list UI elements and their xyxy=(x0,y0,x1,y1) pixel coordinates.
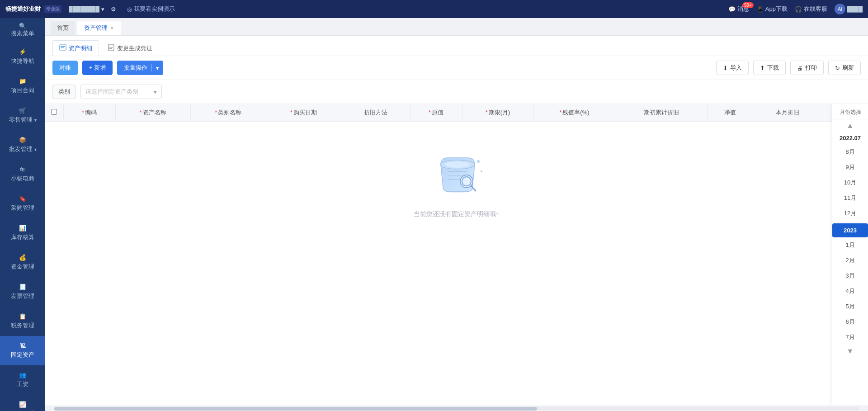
month-picker-up-nav[interactable]: ▲ xyxy=(844,119,857,132)
month-item-11[interactable]: 11月 xyxy=(832,190,868,206)
col-purchase-date: *购买日期 xyxy=(266,104,341,122)
reconcile-label: 对账 xyxy=(59,64,71,72)
filter-section: 类别 请选择固定资产类别 ▾ xyxy=(45,80,868,104)
svg-rect-1 xyxy=(61,46,65,47)
user-avatar: Ai xyxy=(835,4,845,14)
inventory-icon: 📊 xyxy=(19,225,26,231)
table-header-row: *编码 *资产名称 *类别名称 *购买日期 xyxy=(45,104,868,122)
col-residual-rate: *残值率(%) xyxy=(533,104,615,122)
payroll-icon: 👥 xyxy=(19,372,26,378)
toolbar: 对账 + 新增 批量操作 ▾ ⬇ 导入 ⬆ 下载 xyxy=(45,56,868,80)
retail-icon: 🛒 xyxy=(19,107,26,114)
page-content: 资产明细 变更生成凭证 对账 + 新增 批量操作 xyxy=(45,36,868,411)
sub-tab-asset-detail[interactable]: 资产明细 xyxy=(52,40,99,56)
project-label: 项目合同 xyxy=(11,86,34,94)
month-item-12[interactable]: 12月 xyxy=(832,206,868,221)
month-item-7[interactable]: 7月 xyxy=(832,330,868,345)
reconcile-button[interactable]: 对账 xyxy=(52,61,78,75)
wholesale-arrow-icon: ▾ xyxy=(34,147,37,152)
sidebar-item-inventory[interactable]: 📊 库存核算 xyxy=(0,218,45,248)
month-item-9[interactable]: 9月 xyxy=(832,160,868,175)
demo-text: 我要看实例演示 xyxy=(134,5,175,13)
ecommerce-label: 小畅电商 xyxy=(11,175,34,183)
sidebar-item-fixed-assets[interactable]: 🏗 固定资产 xyxy=(0,336,45,365)
user-info[interactable]: Ai ████ xyxy=(835,4,863,14)
month-item-8[interactable]: 8月 xyxy=(832,144,868,160)
refresh-button[interactable]: ↻ 刷新 xyxy=(828,61,861,75)
ops-icon: 📈 xyxy=(19,401,26,408)
print-button[interactable]: 🖨 打印 xyxy=(790,61,824,75)
top-bar-right: 💬 消息 99+ 📱 App下载 🎧 在线客服 Ai ████ xyxy=(728,4,863,14)
import-icon: ⬇ xyxy=(723,65,728,71)
category-placeholder: 请选择固定资产类别 xyxy=(85,88,138,96)
sidebar-search[interactable]: 🔍 搜索菜单 xyxy=(0,18,45,42)
month-item-5[interactable]: 5月 xyxy=(832,299,868,314)
import-button[interactable]: ⬇ 导入 xyxy=(716,61,749,75)
online-service-label: 在线客服 xyxy=(804,5,827,13)
month-item-2[interactable]: 2月 xyxy=(832,253,868,268)
asset-detail-label: 资产明细 xyxy=(69,44,92,52)
invoice-label: 发票管理 xyxy=(11,292,34,300)
main-layout: 🔍 搜索菜单 ⚡ 快捷导航 📁 项目合同 🛒 零售管理 ▾ 📦 批发管理 ▾ xyxy=(0,18,868,411)
sidebar-item-mini-ecommerce[interactable]: 🛍 小畅电商 xyxy=(0,160,45,189)
col-code: *编码 xyxy=(63,104,115,122)
sub-tab-change-voucher[interactable]: 变更生成凭证 xyxy=(101,40,159,56)
settings-button[interactable]: ⚙ xyxy=(111,6,116,13)
tab-asset-mgmt[interactable]: 资产管理 × xyxy=(77,21,121,35)
category-filter-select[interactable]: 请选择固定资产类别 ▾ xyxy=(80,85,162,99)
sidebar-item-tax-mgmt[interactable]: 📋 税务管理 xyxy=(0,307,45,336)
sidebar-item-purchase-mgmt[interactable]: 🔖 采购管理 xyxy=(0,189,45,218)
sidebar-item-project-contract[interactable]: 📁 项目合同 xyxy=(0,71,45,101)
empty-text: 当前您还没有固定资产明细哦~ xyxy=(414,210,500,218)
scrollbar-thumb[interactable] xyxy=(54,407,537,411)
username: ████ xyxy=(847,6,863,12)
tab-close-icon[interactable]: × xyxy=(110,25,113,31)
sidebar-item-retail-mgmt[interactable]: 🛒 零售管理 ▾ xyxy=(0,101,45,130)
invoice-icon: 🧾 xyxy=(19,283,26,290)
month-item-1[interactable]: 1月 xyxy=(832,237,868,253)
add-button[interactable]: + 新增 xyxy=(82,61,113,75)
payroll-label: 工资 xyxy=(17,380,28,388)
empty-illustration xyxy=(429,149,484,203)
demo-button[interactable]: ◎ 我要看实例演示 xyxy=(127,5,175,13)
batch-ops-button[interactable]: 批量操作 ▾ xyxy=(117,61,163,75)
download-button[interactable]: ⬆ 下载 xyxy=(753,61,786,75)
capital-label: 资金管理 xyxy=(11,263,34,271)
tab-home[interactable]: 首页 xyxy=(51,21,75,35)
company-selector[interactable]: ████████ ▾ xyxy=(69,6,104,13)
month-picker-down-nav[interactable]: ▼ xyxy=(844,345,857,358)
sidebar-item-payroll[interactable]: 👥 工资 xyxy=(0,365,45,395)
svg-point-18 xyxy=(481,170,482,172)
col-period-months: *期限(月) xyxy=(462,104,533,122)
batch-divider xyxy=(151,64,152,71)
online-service-button[interactable]: 🎧 在线客服 xyxy=(795,5,827,13)
month-item-10[interactable]: 10月 xyxy=(832,175,868,190)
search-icon: 🔍 xyxy=(4,23,42,29)
retail-label: 零售管理 xyxy=(9,116,33,124)
sidebar-item-quick-nav[interactable]: ⚡ 快捷导航 xyxy=(0,42,45,71)
col-depreciation-method: 折旧方法 xyxy=(341,104,410,122)
demo-icon: ◎ xyxy=(127,6,132,13)
phone-icon: 📱 xyxy=(756,6,764,13)
sidebar-item-capital-mgmt[interactable]: 💰 资金管理 xyxy=(0,248,45,277)
batch-dropdown-icon: ▾ xyxy=(156,65,159,71)
app-download-label: App下载 xyxy=(765,5,788,13)
month-picker-header: 月份选择 xyxy=(832,104,868,119)
app-download-button[interactable]: 📱 App下载 xyxy=(756,5,788,13)
top-bar: 畅捷通好业财 专业版 ████████ ▾ ⚙ ◎ 我要看实例演示 💬 消息 9… xyxy=(0,0,868,18)
month-item-4[interactable]: 4月 xyxy=(832,283,868,299)
col-category-name: *类别名称 xyxy=(191,104,266,122)
message-button[interactable]: 💬 消息 99+ xyxy=(728,5,749,13)
month-picker-year-2022: 2022.07 xyxy=(837,132,863,144)
month-item-6[interactable]: 6月 xyxy=(832,314,868,330)
asset-tab-label: 资产管理 xyxy=(84,24,108,32)
sidebar-item-invoice-mgmt[interactable]: 🧾 发票管理 xyxy=(0,277,45,307)
refresh-label: 刷新 xyxy=(842,64,854,72)
month-item-3[interactable]: 3月 xyxy=(832,268,868,283)
sidebar-item-ops-mgmt[interactable]: 📈 经营管理 xyxy=(0,395,45,411)
app-edition: 专业版 xyxy=(44,5,61,13)
scrollbar-track xyxy=(54,407,859,411)
fixed-assets-label: 固定资产 xyxy=(11,351,34,359)
select-all-checkbox[interactable] xyxy=(51,109,57,115)
sidebar-item-wholesale-mgmt[interactable]: 📦 批发管理 ▾ xyxy=(0,130,45,160)
